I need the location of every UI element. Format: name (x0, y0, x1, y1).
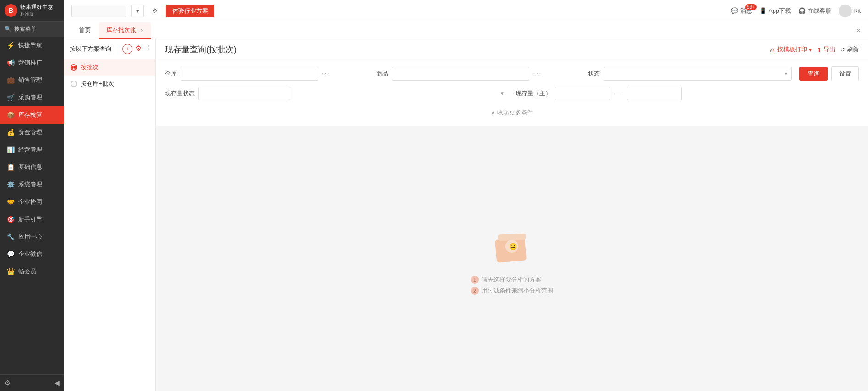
nav-label: 快捷导航 (18, 41, 42, 49)
product-input[interactable] (392, 67, 529, 81)
sidebar-item-operation[interactable]: 📊 经营管理 (0, 141, 64, 158)
stock-status-select-wrapper: ▼ (198, 87, 508, 100)
tip-num-1: 1 (471, 276, 479, 284)
topbar-gear-button[interactable]: ⚙ (148, 5, 161, 17)
app-title: 畅康通好生意 (20, 4, 53, 11)
enterprise-icon: 🤝 (6, 198, 15, 206)
marketing-icon: 📢 (6, 59, 15, 67)
tip-text-1: 请先选择要分析的方案 (482, 276, 541, 284)
topbar-right: 💬 消息 99+ 📱 App下载 🎧 在线客服 Rit (731, 5, 861, 17)
app-center-icon: 🔧 (6, 233, 15, 241)
panel-close-button[interactable]: × (857, 27, 861, 35)
nav-label: 销售管理 (18, 76, 42, 84)
print-icon: 🖨 (769, 46, 775, 53)
scheme-item-by-batch[interactable]: 按批次 (64, 59, 155, 76)
sidebar-item-basic[interactable]: 📋 基础信息 (0, 158, 64, 176)
sidebar-item-inventory[interactable]: 📦 库存核算 (0, 106, 64, 124)
sidebar-item-wechat[interactable]: 💬 企业微信 (0, 245, 64, 263)
avatar-image (839, 5, 852, 17)
user-name: Rit (853, 7, 861, 14)
status-label: 状态 (588, 70, 600, 78)
stock-status-label: 现存量状态 (165, 89, 195, 98)
online-service-label: 在线客服 (808, 7, 831, 15)
stock-qty-min-input[interactable] (555, 87, 610, 100)
sales-icon: 💼 (6, 76, 15, 84)
filter-area: 仓库 ··· 商品 ··· 状态 ▼ (156, 60, 868, 126)
print-dropdown-icon: ▾ (809, 46, 812, 53)
add-scheme-button[interactable]: + (122, 44, 132, 54)
scheme-label: 按批次 (81, 63, 99, 71)
sidebar-item-app-center[interactable]: 🔧 应用中心 (0, 228, 64, 245)
online-service-button[interactable]: 🎧 在线客服 (798, 7, 831, 15)
warehouse-more-button[interactable]: ··· (322, 70, 330, 78)
nav-label: 应用中心 (18, 233, 42, 241)
settings-button[interactable]: ⚙ (5, 379, 11, 386)
messages-badge: 99+ (745, 4, 757, 10)
empty-tip-2: 2 用过滤条件来缩小分析范围 (471, 287, 553, 295)
tab-inventory-batch[interactable]: 库存批次账 × (99, 22, 151, 39)
left-panel-actions: + ⚙ 《 (122, 44, 150, 54)
sidebar-item-member[interactable]: 👑 畅会员 (0, 263, 64, 280)
empty-tips: 1 请先选择要分析的方案 2 用过滤条件来缩小分析范围 (471, 276, 553, 295)
status-select[interactable] (604, 67, 792, 81)
filter-row-1: 仓库 ··· 商品 ··· 状态 ▼ (165, 66, 859, 81)
messages-button[interactable]: 💬 消息 99+ (731, 7, 752, 15)
main-area: ▾ ⚙ 体验行业方案 💬 消息 99+ 📱 App下载 🎧 在线客服 Rit (64, 0, 868, 391)
tab-home[interactable]: 首页 (71, 22, 98, 39)
app-info: 畅康通好生意 标准版 (20, 4, 53, 17)
tab-bar: 首页 库存批次账 × × (64, 22, 868, 39)
left-panel-collapse-button[interactable]: 《 (144, 44, 150, 54)
sidebar-bottom: ⚙ ◀ (0, 374, 64, 391)
sidebar-item-newbie[interactable]: 🎯 新手引导 (0, 211, 64, 228)
trial-button[interactable]: 体验行业方案 (166, 5, 214, 17)
sidebar-item-enterprise[interactable]: 🤝 企业协同 (0, 193, 64, 211)
app-subtitle: 标准版 (20, 11, 53, 17)
query-button[interactable]: 查询 (799, 67, 828, 81)
stock-status-select[interactable] (198, 87, 290, 100)
topbar-search-input[interactable] (71, 5, 126, 17)
newbie-icon: 🎯 (6, 215, 15, 223)
search-menu[interactable]: 🔍 搜索菜单 (0, 22, 64, 37)
purchase-icon: 🛒 (6, 93, 15, 102)
empty-tip-1: 1 请先选择要分析的方案 (471, 276, 553, 284)
print-button[interactable]: 🖨 按模板打印 ▾ (769, 45, 812, 54)
scheme-gear-button[interactable]: ⚙ (135, 44, 142, 54)
sidebar-nav: ⚡ 快捷导航 📢 营销推广 💼 销售管理 🛒 采购管理 📦 库存核算 💰 资金管… (0, 37, 64, 374)
sidebar-item-quick-nav[interactable]: ⚡ 快捷导航 (0, 37, 64, 54)
export-button[interactable]: ⬆ 导出 (817, 45, 835, 54)
product-more-button[interactable]: ··· (533, 70, 542, 78)
radio-by-batch (71, 64, 77, 71)
scheme-item-by-warehouse-batch[interactable]: 按仓库+批次 (64, 76, 155, 92)
stock-qty-group: 现存量（主） — (516, 87, 859, 100)
sidebar-item-purchase[interactable]: 🛒 采购管理 (0, 89, 64, 106)
product-filter-group: 商品 ··· (376, 67, 580, 81)
collapse-filter-button[interactable]: ∧ 收起更多条件 (165, 106, 859, 119)
sidebar-header: B 畅康通好生意 标准版 (0, 0, 64, 22)
stock-status-group: 现存量状态 ▼ (165, 87, 508, 100)
sidebar-item-marketing[interactable]: 📢 营销推广 (0, 54, 64, 71)
warehouse-input[interactable] (181, 67, 318, 81)
empty-illustration-svg: 😐 (489, 223, 535, 268)
sidebar-item-system[interactable]: ⚙️ 系统管理 (0, 176, 64, 193)
headset-icon: 🎧 (798, 7, 806, 14)
finance-icon: 💰 (6, 128, 15, 136)
search-icon: 🔍 (5, 26, 11, 32)
quick-nav-icon: ⚡ (6, 41, 15, 49)
app-download-button[interactable]: 📱 App下载 (759, 7, 791, 15)
refresh-button[interactable]: ↺ 刷新 (840, 45, 859, 54)
nav-label: 畅会员 (18, 267, 36, 276)
empty-illustration: 😐 (489, 223, 535, 268)
sidebar: B 畅康通好生意 标准版 🔍 搜索菜单 ⚡ 快捷导航 📢 营销推广 💼 销售管理… (0, 0, 64, 391)
filter-settings-button[interactable]: 设置 (831, 66, 859, 81)
sidebar-item-sales[interactable]: 💼 销售管理 (0, 71, 64, 89)
status-select-wrapper: ▼ (604, 67, 792, 81)
topbar-dropdown-button[interactable]: ▾ (131, 5, 144, 17)
collapse-sidebar-button[interactable]: ◀ (55, 379, 60, 386)
topbar-left: ▾ ⚙ 体验行业方案 (71, 5, 725, 17)
tab-close-button[interactable]: × (141, 27, 143, 33)
collapse-filter-label: 收起更多条件 (497, 109, 533, 117)
sidebar-item-finance[interactable]: 💰 资金管理 (0, 124, 64, 141)
print-label: 按模板打印 (777, 45, 807, 54)
stock-qty-max-input[interactable] (627, 87, 682, 100)
user-avatar[interactable]: Rit (839, 5, 861, 17)
